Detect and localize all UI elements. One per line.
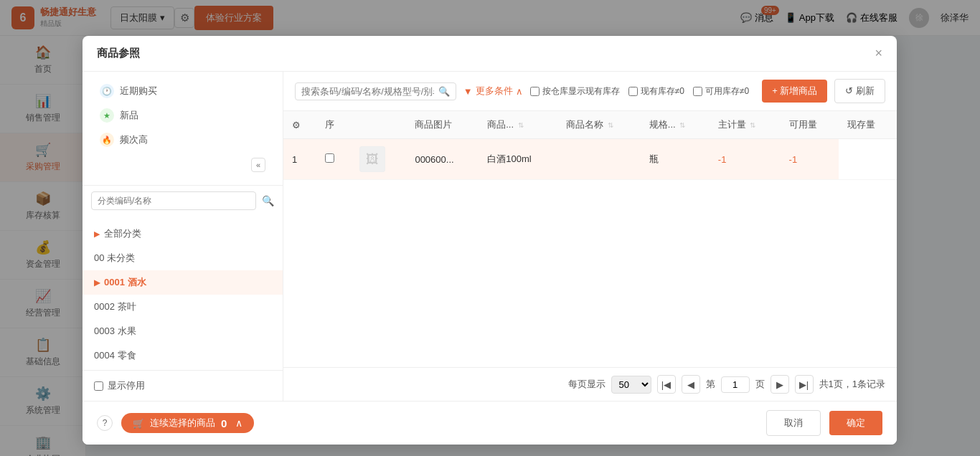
expand-arrow-icon: ▶ — [94, 229, 100, 239]
confirm-button[interactable]: 确定 — [829, 411, 882, 435]
category-label-all: 全部分类 — [104, 227, 141, 240]
col-header-checkbox — [351, 111, 406, 139]
add-product-button[interactable]: + 新增商品 — [762, 80, 827, 103]
quick-filter-new-label: 新品 — [120, 109, 138, 122]
quick-filter-recent[interactable]: 🕐 近期购买 — [94, 79, 271, 103]
col-header-code[interactable]: 商品... ⇅ — [479, 111, 557, 139]
col-header-settings[interactable]: ⚙ — [283, 111, 316, 139]
modal-close-button[interactable]: × — [875, 46, 882, 61]
category-search-area: 🔍 — [83, 186, 283, 216]
cell-unit: 瓶 — [641, 139, 710, 180]
sort-name-icon: ⇅ — [608, 121, 613, 129]
frequent-icon: 🔥 — [100, 133, 114, 147]
modal-title: 商品参照 — [97, 47, 140, 60]
page-label: 第 — [706, 378, 715, 391]
category-label-00: 00 未分类 — [94, 252, 135, 265]
cell-current: -1 — [781, 139, 839, 180]
cell-checkbox[interactable] — [316, 139, 351, 180]
col-header-spec[interactable]: 规格... ⇅ — [641, 111, 710, 139]
category-label-0004: 0004 零食 — [94, 349, 136, 362]
filter-bar: 🔍 ▼ 更多条件 ∧ 按仓库显示现有库存 现有库存≠0 — [283, 72, 897, 111]
category-item-0003[interactable]: 0003 水果 — [83, 319, 283, 343]
category-label-0001: 0001 酒水 — [104, 276, 146, 289]
filter-more-button[interactable]: ▼ 更多条件 ∧ — [463, 85, 523, 98]
cart-collapse-icon[interactable]: ∧ — [235, 417, 242, 429]
quick-filter-recent-label: 近期购买 — [120, 85, 157, 98]
page-next-button[interactable]: ▶ — [771, 375, 789, 394]
page-last-button[interactable]: ▶| — [795, 375, 814, 394]
col-header-image: 商品图片 — [406, 111, 479, 139]
cancel-button[interactable]: 取消 — [766, 410, 821, 436]
sort-spec-icon: ⇅ — [679, 121, 685, 129]
quick-filters: 🕐 近期购买 ★ 新品 🔥 频次高 « — [83, 72, 283, 186]
col-header-index: 序 — [316, 111, 351, 139]
filter-usable-ne0-checkbox[interactable] — [693, 87, 702, 96]
show-disabled-checkbox[interactable] — [94, 381, 103, 391]
quick-filter-frequent[interactable]: 🔥 频次高 — [94, 128, 271, 152]
category-item-0004[interactable]: 0004 零食 — [83, 343, 283, 368]
category-list: ▶ 全部分类 00 未分类 ▶ 0001 酒水 0002 茶叶 0003 水果 — [83, 216, 283, 370]
pagination-bar: 每页显示 50 10 20 100 |◀ ◀ 第 页 ▶ ▶| 共1页，1条记录 — [283, 367, 897, 401]
cart-icon: 🛒 — [133, 418, 144, 429]
filter-collapse-icon: ∧ — [516, 86, 523, 97]
quick-filter-new[interactable]: ★ 新品 — [94, 103, 271, 128]
product-search-input[interactable] — [301, 86, 434, 97]
product-thumbnail: 🖼 — [359, 146, 385, 172]
filter-usable-ne0-label[interactable]: 可用库存≠0 — [693, 85, 749, 98]
active-expand-icon: ▶ — [94, 278, 100, 288]
search-input-wrap: 🔍 — [295, 82, 456, 100]
cell-row-num: 1 — [283, 139, 316, 180]
page-size-label: 每页显示 — [568, 378, 606, 391]
product-reference-modal: 商品参照 × 🕐 近期购买 ★ 新品 🔥 频次高 « — [83, 36, 897, 445]
product-table-wrap: ⚙ 序 商品图片 商品... ⇅ 商品名称 ⇅ — [283, 111, 897, 367]
recent-icon: 🕐 — [100, 84, 114, 98]
category-item-0002[interactable]: 0002 茶叶 — [83, 295, 283, 319]
page-number-input[interactable] — [721, 376, 750, 393]
filter-warehouse-label[interactable]: 按仓库显示现有库存 — [530, 85, 620, 98]
category-item-0001[interactable]: ▶ 0001 酒水 — [83, 270, 283, 295]
search-icon: 🔍 — [438, 86, 450, 97]
modal-left-panel: 🕐 近期购买 ★ 新品 🔥 频次高 « 🔍 — [83, 72, 283, 401]
cell-name: 白酒100ml — [479, 139, 557, 180]
category-label-0003: 0003 水果 — [94, 325, 136, 338]
category-search-input[interactable] — [91, 191, 256, 210]
page-first-button[interactable]: |◀ — [657, 375, 676, 394]
cell-image: 🖼 — [351, 139, 406, 180]
category-item-all[interactable]: ▶ 全部分类 — [83, 222, 283, 246]
filter-icon: ▼ — [463, 86, 473, 97]
filter-available-ne0-checkbox[interactable] — [628, 87, 638, 96]
product-table: ⚙ 序 商品图片 商品... ⇅ 商品名称 ⇅ — [283, 111, 897, 180]
quick-filter-frequent-label: 频次高 — [120, 133, 148, 146]
modal-body: 🕐 近期购买 ★ 新品 🔥 频次高 « 🔍 — [83, 72, 897, 401]
page-prev-button[interactable]: ◀ — [682, 375, 700, 394]
show-disabled-label: 显示停用 — [108, 379, 145, 392]
show-disabled-area: 显示停用 — [83, 370, 283, 401]
category-search-icon[interactable]: 🔍 — [262, 195, 274, 206]
refresh-button[interactable]: ↺ 刷新 — [834, 79, 885, 103]
modal-footer: ? 🛒 连续选择的商品 0 ∧ 取消 确定 — [83, 401, 897, 445]
total-info: 共1页，1条记录 — [819, 378, 885, 391]
sort-unit-icon: ⇅ — [750, 121, 755, 129]
col-header-unit[interactable]: 主计量 ⇅ — [710, 111, 781, 139]
help-icon[interactable]: ? — [97, 415, 113, 431]
row-checkbox[interactable] — [325, 153, 334, 163]
cart-area[interactable]: 🛒 连续选择的商品 0 ∧ — [121, 413, 254, 433]
filter-checkboxes: 按仓库显示现有库存 现有库存≠0 可用库存≠0 — [530, 85, 750, 98]
category-item-00[interactable]: 00 未分类 — [83, 246, 283, 270]
sort-code-icon: ⇅ — [518, 121, 524, 129]
cell-available: -1 — [710, 139, 781, 180]
cart-label: 连续选择的商品 — [150, 417, 215, 429]
table-row[interactable]: 1 🖼 000600... 白酒100ml 瓶 -1 -1 — [283, 139, 897, 180]
page-size-select[interactable]: 50 10 20 100 — [611, 376, 651, 394]
cart-count: 0 — [221, 417, 227, 429]
col-header-available: 可用量 — [781, 111, 839, 139]
new-icon: ★ — [100, 108, 114, 123]
col-header-name[interactable]: 商品名称 ⇅ — [557, 111, 641, 139]
collapse-panel-button[interactable]: « — [251, 158, 265, 172]
modal-right-panel: 🔍 ▼ 更多条件 ∧ 按仓库显示现有库存 现有库存≠0 — [283, 72, 897, 401]
table-header-row: ⚙ 序 商品图片 商品... ⇅ 商品名称 ⇅ — [283, 111, 897, 139]
filter-available-ne0-label[interactable]: 现有库存≠0 — [628, 85, 684, 98]
col-header-current: 现存量 — [839, 111, 897, 139]
filter-warehouse-checkbox[interactable] — [530, 87, 540, 96]
page-suffix: 页 — [755, 378, 765, 391]
